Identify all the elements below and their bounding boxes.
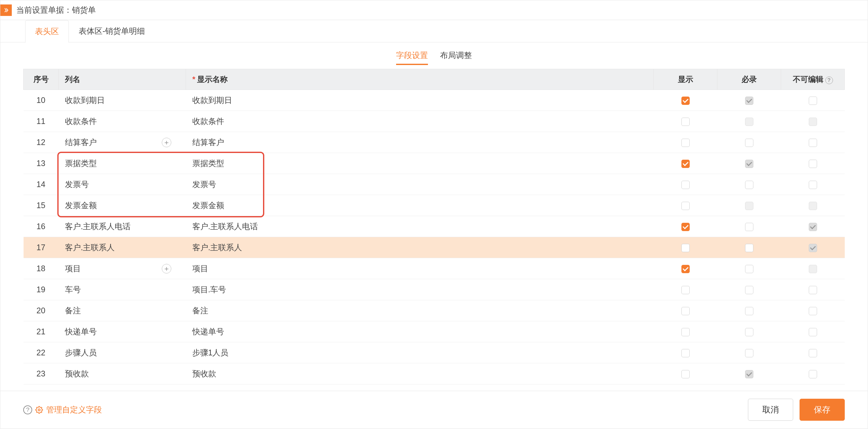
col-header-show: 显示 — [654, 69, 717, 90]
row-index: 19 — [24, 279, 59, 300]
readonly-checkbox[interactable] — [809, 307, 817, 315]
column-name-label: 客户.主联系人 — [65, 242, 115, 253]
show-checkbox[interactable] — [681, 307, 690, 315]
readonly-checkbox[interactable] — [809, 181, 817, 189]
table-row: 17客户.主联系人客户.主联系人 — [24, 237, 845, 258]
show-checkbox[interactable] — [681, 265, 690, 273]
show-checkbox[interactable] — [681, 286, 690, 294]
display-name-cell[interactable]: 快递单号 — [186, 321, 654, 342]
plus-icon[interactable]: ＋ — [162, 264, 171, 274]
show-checkbox[interactable] — [681, 223, 690, 231]
show-checkbox[interactable] — [681, 370, 690, 378]
row-index: 22 — [24, 342, 59, 363]
required-checkbox[interactable] — [745, 223, 753, 231]
show-checkbox[interactable] — [681, 160, 690, 168]
required-checkbox[interactable] — [745, 286, 753, 294]
required-checkbox — [745, 202, 753, 210]
row-index: 14 — [24, 174, 59, 195]
display-name-cell[interactable]: 结算客户 — [186, 132, 654, 153]
show-checkbox[interactable] — [681, 244, 690, 252]
row-index: 12 — [24, 132, 59, 153]
required-checkbox — [745, 96, 753, 105]
table-row: 10收款到期日收款到期日 — [24, 90, 845, 111]
show-checkbox[interactable] — [681, 349, 690, 357]
column-name-label: 快递单号 — [65, 326, 97, 337]
required-checkbox[interactable] — [745, 181, 753, 189]
display-name-cell[interactable]: 步骤1人员 — [186, 342, 654, 363]
cancel-button[interactable]: 取消 — [748, 399, 793, 421]
column-name-label: 项目 — [65, 263, 81, 274]
required-checkbox[interactable] — [745, 328, 753, 336]
chevrons-right-icon — [3, 7, 9, 13]
display-name-cell[interactable]: 发票号 — [186, 174, 654, 195]
display-name-cell[interactable]: 票据类型 — [186, 153, 654, 174]
readonly-checkbox[interactable] — [809, 139, 817, 147]
svg-point-0 — [38, 409, 40, 411]
column-name-label: 发票号 — [65, 179, 89, 190]
help-icon[interactable]: ? — [825, 77, 833, 84]
required-checkbox — [745, 370, 753, 378]
table-row: 19车号项目.车号 — [24, 279, 845, 300]
required-checkbox[interactable] — [745, 307, 753, 315]
top-bar: 当前设置单据：销货单 — [0, 0, 868, 20]
table-row: 21快递单号快递单号 — [24, 321, 845, 342]
display-name-cell[interactable]: 收款到期日 — [186, 90, 654, 111]
row-colname-cell: 快递单号 — [59, 321, 186, 342]
main-tab-0[interactable]: 表头区 — [25, 20, 69, 43]
row-colname-cell: 票据类型 — [59, 153, 186, 174]
show-checkbox[interactable] — [681, 328, 690, 336]
document-title: 当前设置单据：销货单 — [16, 5, 96, 15]
row-index: 15 — [24, 195, 59, 216]
display-name-cell[interactable]: 项目 — [186, 258, 654, 279]
row-colname-cell: 客户.主联系人 — [59, 237, 186, 258]
sub-tab-1[interactable]: 布局调整 — [440, 50, 472, 65]
column-name-label: 收款到期日 — [65, 95, 105, 106]
row-colname-cell: 结算客户＋ — [59, 132, 186, 153]
main-tab-1[interactable]: 表体区-销货单明细 — [69, 20, 155, 42]
table-row: 11收款条件收款条件 — [24, 111, 845, 132]
table-row: 23预收款预收款 — [24, 363, 845, 384]
display-name-cell[interactable]: 预收款 — [186, 363, 654, 384]
display-name-cell[interactable]: 收款条件 — [186, 111, 654, 132]
required-checkbox[interactable] — [745, 139, 753, 147]
show-checkbox[interactable] — [681, 202, 690, 210]
readonly-checkbox[interactable] — [809, 160, 817, 168]
show-checkbox[interactable] — [681, 181, 690, 189]
help-icon[interactable]: ? — [23, 405, 32, 414]
row-colname-cell: 收款条件 — [59, 111, 186, 132]
row-index: 18 — [24, 258, 59, 279]
collapse-sidebar-button[interactable] — [0, 4, 12, 16]
display-name-cell[interactable]: 项目.车号 — [186, 279, 654, 300]
row-colname-cell: 发票金额 — [59, 195, 186, 216]
display-name-cell[interactable]: 备注 — [186, 300, 654, 321]
show-checkbox[interactable] — [681, 96, 690, 105]
column-name-label: 收款条件 — [65, 116, 97, 126]
readonly-checkbox[interactable] — [809, 96, 817, 105]
readonly-checkbox[interactable] — [809, 370, 817, 378]
row-colname-cell: 客户.主联系人电话 — [59, 216, 186, 237]
readonly-checkbox[interactable] — [809, 328, 817, 336]
readonly-checkbox[interactable] — [809, 349, 817, 357]
plus-icon[interactable]: ＋ — [162, 138, 171, 147]
column-name-label: 步骤人员 — [65, 347, 97, 358]
show-checkbox[interactable] — [681, 118, 690, 126]
row-index: 10 — [24, 90, 59, 111]
row-index: 21 — [24, 321, 59, 342]
required-checkbox[interactable] — [745, 349, 753, 357]
sub-tab-0[interactable]: 字段设置 — [396, 50, 428, 65]
save-button[interactable]: 保存 — [800, 399, 845, 421]
column-name-label: 预收款 — [65, 368, 89, 379]
field-table: 序号 列名 *显示名称 显示 必录 不可编辑? 10收款到期日收款到期日11收款… — [23, 69, 845, 384]
col-header-readonly: 不可编辑? — [781, 69, 845, 90]
show-checkbox[interactable] — [681, 139, 690, 147]
manage-custom-fields-link[interactable]: 管理自定义字段 — [46, 404, 102, 415]
required-checkbox[interactable] — [745, 265, 753, 273]
readonly-checkbox[interactable] — [809, 286, 817, 294]
column-name-label: 备注 — [65, 305, 81, 316]
required-checkbox — [745, 160, 753, 168]
display-name-cell[interactable]: 客户.主联系人 — [186, 237, 654, 258]
display-name-cell[interactable]: 客户.主联系人电话 — [186, 216, 654, 237]
display-name-cell[interactable]: 发票金额 — [186, 195, 654, 216]
required-checkbox[interactable] — [745, 244, 753, 252]
footer: ? 管理自定义字段 取消 保存 — [0, 391, 868, 428]
